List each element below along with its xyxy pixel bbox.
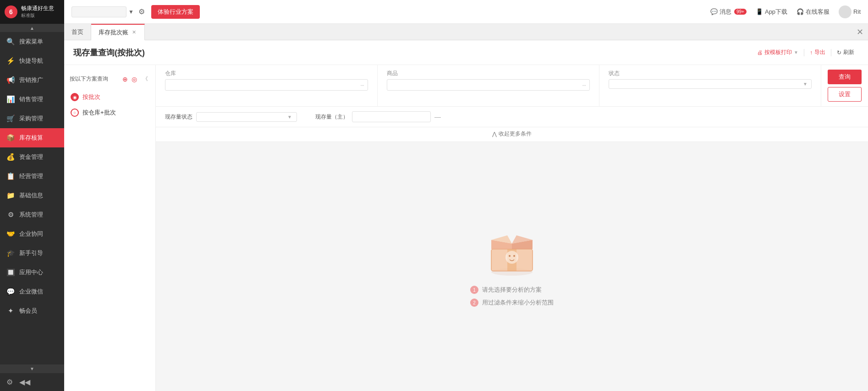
warehouse-dots[interactable]: ··· (360, 81, 364, 88)
sidebar-item-label: 营销推广 (19, 76, 43, 84)
plan-item-by-batch[interactable]: ◉ 按批次 (64, 89, 155, 105)
sidebar-item-label: 系统管理 (19, 211, 43, 219)
tab-inventory-batch[interactable]: 库存批次账 ✕ (91, 24, 145, 40)
stock-status-select[interactable]: ▼ (196, 112, 297, 122)
sidebar-scroll-up[interactable]: ▲ (0, 24, 64, 32)
sidebar-item-inventory[interactable]: 📦 库存核算 (0, 128, 64, 147)
sidebar-item-label: 销售管理 (19, 95, 43, 103)
experience-btn[interactable]: 体验行业方案 (151, 5, 200, 19)
sidebar-footer: ⚙ ◀◀ (0, 373, 64, 391)
app-download-action[interactable]: 📱 App下载 (756, 8, 787, 16)
export-btn[interactable]: ↑ 导出 (805, 46, 830, 59)
sidebar-item-label: 经营管理 (19, 172, 43, 180)
search-icon: 🔍 (6, 38, 15, 46)
sidebar-item-purchase[interactable]: 🛒 采购管理 (0, 109, 64, 128)
phone-icon: 📱 (756, 8, 763, 15)
warehouse-input[interactable] (169, 82, 358, 88)
sidebar: 6 畅康通好生意 标准版 ▲ 🔍 搜索菜单 ⚡ 快捷导航 📢 营销推广 📊 销售… (0, 0, 64, 391)
stock-status-label: 现存量状态 (165, 113, 192, 121)
topbar-search-area: ▼ (71, 6, 134, 17)
sidebar-item-finance[interactable]: 💰 资金管理 (0, 147, 64, 167)
topbar-search-input[interactable] (71, 6, 126, 17)
marketing-icon: 📢 (6, 76, 15, 84)
sidebar-item-label: 企业微信 (19, 288, 43, 296)
step1-text: 请先选择要分析的方案 (482, 286, 542, 294)
collapse-label: 收起更多条件 (499, 130, 532, 138)
sidebar-header: 6 畅康通好生意 标准版 (0, 0, 64, 24)
close-all-tabs-icon[interactable]: ✕ (857, 28, 863, 36)
plan-active-icon: ◉ (71, 93, 79, 101)
product-input[interactable] (391, 82, 580, 88)
sales-icon: 📊 (6, 95, 15, 103)
collapse-sidebar-icon[interactable]: ◀◀ (19, 378, 30, 386)
right-panel: 仓库 ··· 商品 ··· (156, 65, 868, 391)
sidebar-item-label: 搜索菜单 (19, 38, 43, 46)
empty-step-2: 2 用过滤条件来缩小分析范围 (470, 299, 554, 307)
tab-close-icon[interactable]: ✕ (131, 29, 137, 35)
query-btn[interactable]: 查询 (828, 70, 862, 84)
sidebar-item-marketing[interactable]: 📢 营销推广 (0, 71, 64, 90)
stock-qty-from-input[interactable] (357, 114, 426, 120)
system-icon: ⚙ (6, 211, 15, 219)
online-support-action[interactable]: 🎧 在线客服 (797, 8, 830, 16)
sidebar-item-quick-nav[interactable]: ⚡ 快捷导航 (0, 51, 64, 71)
avatar (839, 5, 852, 18)
empty-box-svg (482, 226, 542, 277)
settings-plan-icon[interactable]: ◎ (132, 76, 137, 83)
sidebar-item-operations[interactable]: 📋 经营管理 (0, 167, 64, 186)
sidebar-scroll-down[interactable]: ▼ (0, 364, 64, 373)
tab-close-all-area: ✕ (857, 28, 868, 36)
product-dots[interactable]: ··· (582, 81, 586, 88)
wechat-icon: 💬 (6, 288, 15, 296)
finance-icon: 💰 (6, 153, 15, 161)
sidebar-item-wechat[interactable]: 💬 企业微信 (0, 282, 64, 301)
plan-item-by-warehouse-batch[interactable]: ○ 按仓库+批次 (64, 105, 155, 120)
sidebar-item-sales[interactable]: 📊 销售管理 (0, 90, 64, 109)
app-center-icon: 🔲 (6, 268, 15, 277)
sidebar-item-label: 企业协同 (19, 230, 43, 238)
step2-text: 用过滤条件来缩小分析范围 (482, 299, 554, 307)
print-btn[interactable]: 🖨 按模板打印 ▼ (753, 46, 803, 59)
refresh-btn[interactable]: ↻ 刷新 (832, 46, 859, 59)
header-right-actions: 🖨 按模板打印 ▼ ↑ 导出 ↻ 刷新 (753, 46, 859, 59)
collapse-more-row[interactable]: ⋀ 收起更多条件 (156, 127, 868, 142)
messages-label: 消息 (720, 8, 731, 16)
collapse-left-panel-icon[interactable]: 《 (141, 73, 150, 85)
sidebar-item-app-center[interactable]: 🔲 应用中心 (0, 263, 64, 282)
sidebar-item-newbie[interactable]: 🎓 新手引导 (0, 244, 64, 263)
tabbar: 首页 库存批次账 ✕ ✕ (64, 24, 868, 40)
topbar-dropdown-btn[interactable]: ▼ (128, 9, 134, 15)
settings-icon[interactable]: ⚙ (6, 378, 13, 386)
plan-label: 按仓库+批次 (82, 109, 116, 117)
main-area: ▼ ⚙ 体验行业方案 💬 消息 99+ 📱 App下载 🎧 在线客服 Rit (64, 0, 868, 391)
app-info: 畅康通好生意 标准版 (21, 5, 54, 19)
newbie-icon: 🎓 (6, 249, 15, 257)
empty-illustration (482, 226, 542, 277)
filter-area: 仓库 ··· 商品 ··· (156, 65, 868, 142)
sidebar-item-label: 基础信息 (19, 191, 43, 200)
settings-btn[interactable]: 设置 (828, 87, 862, 102)
sidebar-item-system[interactable]: ⚙ 系统管理 (0, 205, 64, 224)
sidebar-item-enterprise[interactable]: 🤝 企业协同 (0, 224, 64, 244)
sidebar-item-label: 畅会员 (19, 307, 37, 315)
user-action[interactable]: Rit (839, 5, 861, 18)
plan-label: 按批次 (82, 93, 100, 101)
quick-nav-icon: ⚡ (6, 57, 15, 65)
topbar-gear-icon[interactable]: ⚙ (138, 7, 145, 16)
left-panel: 按以下方案查询 ⊕ ◎ 《 ◉ 按批次 ○ 按仓库+批次 (64, 65, 156, 391)
empty-step-1: 1 请先选择要分析的方案 (470, 286, 554, 294)
left-panel-title: 按以下方案查询 (70, 75, 108, 83)
sidebar-item-member[interactable]: ✦ 畅会员 (0, 301, 64, 320)
product-label: 商品 (387, 70, 590, 77)
refresh-icon: ↻ (837, 49, 841, 56)
headset-icon: 🎧 (797, 8, 804, 15)
messages-action[interactable]: 💬 消息 99+ (710, 8, 747, 16)
sidebar-item-basics[interactable]: 📁 基础信息 (0, 186, 64, 205)
svg-point-4 (505, 251, 518, 264)
topbar-right: 💬 消息 99+ 📱 App下载 🎧 在线客服 Rit (710, 5, 861, 18)
add-plan-icon[interactable]: ⊕ (122, 76, 128, 83)
sidebar-item-search[interactable]: 🔍 搜索菜单 (0, 32, 64, 51)
sidebar-item-label: 资金管理 (19, 153, 43, 161)
svg-point-5 (509, 255, 511, 257)
tab-home[interactable]: 首页 (64, 24, 91, 40)
